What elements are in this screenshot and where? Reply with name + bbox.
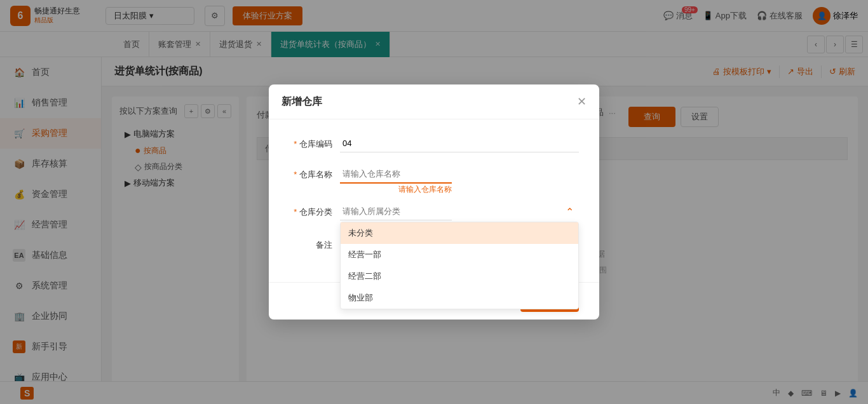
category-field-row: 仓库分类 ⌃ 未分类 经营一部 经营二部 物业部 xyxy=(289,203,579,220)
name-label: 仓库名称 xyxy=(289,165,340,180)
name-input[interactable] xyxy=(340,165,452,184)
new-warehouse-modal: 新增仓库 ✕ 仓库编码 仓库名称 请输入仓库名称 xyxy=(269,84,599,320)
modal-overlay[interactable]: 新增仓库 ✕ 仓库编码 仓库名称 请输入仓库名称 xyxy=(0,0,868,404)
code-field-row: 仓库编码 xyxy=(289,135,579,152)
modal-close-button[interactable]: ✕ xyxy=(577,95,587,109)
category-input-wrap: ⌃ 未分类 经营一部 经营二部 物业部 xyxy=(340,203,579,220)
dropdown-item-uncategorized[interactable]: 未分类 xyxy=(341,222,578,244)
name-input-wrap: 请输入仓库名称 xyxy=(340,165,579,184)
category-dropdown-list: 未分类 经营一部 经营二部 物业部 xyxy=(340,222,579,309)
name-error-message: 请输入仓库名称 xyxy=(398,184,452,195)
note-label: 备注 xyxy=(289,236,340,251)
dropdown-item-dept1[interactable]: 经营一部 xyxy=(341,244,578,266)
modal-body: 仓库编码 仓库名称 请输入仓库名称 仓库分类 xyxy=(269,119,599,281)
category-label: 仓库分类 xyxy=(289,203,340,218)
dropdown-item-dept2[interactable]: 经营二部 xyxy=(341,266,578,287)
modal-title: 新增仓库 xyxy=(281,95,322,109)
category-input[interactable] xyxy=(340,203,452,220)
code-input[interactable] xyxy=(340,135,579,152)
category-dropdown-arrow[interactable]: ⌃ xyxy=(566,206,574,218)
modal-header: 新增仓库 ✕ xyxy=(269,84,599,119)
dropdown-item-property[interactable]: 物业部 xyxy=(341,287,578,309)
code-label: 仓库编码 xyxy=(289,135,340,150)
name-field-row: 仓库名称 请输入仓库名称 xyxy=(289,165,579,184)
